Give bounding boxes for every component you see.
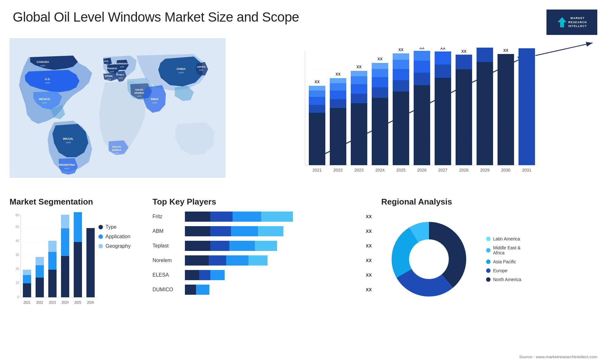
bar-seg (261, 212, 293, 222)
player-fritz-bars (185, 212, 359, 222)
svg-text:2022: 2022 (36, 301, 44, 304)
player-fritz-value: XX (366, 214, 372, 219)
svg-rect-30 (372, 77, 388, 87)
svg-text:40: 40 (16, 239, 19, 243)
map-section: CANADA xx% U.S. xx% MEXICO xx% BRAZIL xx… (10, 38, 226, 191)
svg-line-4 (535, 43, 593, 56)
trend-arrow-svg (534, 41, 597, 57)
bar-seg (255, 241, 277, 251)
player-norelem-name: Norelem (152, 258, 181, 263)
svg-rect-71 (36, 257, 44, 265)
bar-value-2030: XX (503, 48, 508, 53)
legend-europe-dot (486, 268, 491, 273)
label-canada-val: xx% (40, 64, 45, 67)
player-dumico-bars (185, 285, 359, 295)
svg-rect-65 (23, 283, 31, 297)
label-arabia: ARABIA (134, 91, 144, 94)
svg-text:2021: 2021 (24, 301, 31, 304)
svg-rect-84 (86, 228, 95, 297)
label-mexico: MEXICO (39, 98, 50, 101)
logo: MARKETRESEARCHINTELLECT (546, 10, 597, 35)
legend-latin-label: Latin America (493, 236, 520, 241)
svg-rect-43 (435, 64, 451, 78)
player-teplast-name: Teplast (152, 243, 181, 249)
bar-seg (185, 226, 210, 236)
label-japan-val: xx% (199, 69, 203, 71)
bar-value-2021: XX (315, 80, 320, 84)
segmentation-section: Market Segmentation 0 10 20 30 40 50 60 (10, 197, 143, 362)
legend-north-america-dot (486, 277, 491, 282)
logo-box: MARKETRESEARCHINTELLECT (546, 10, 597, 35)
header: Global Oil Level Windows Market Size and… (0, 0, 610, 38)
seg-chart-area: 0 10 20 30 40 50 60 (10, 212, 143, 313)
label-italy: ITALY (117, 73, 124, 76)
label-canada: CANADA (37, 60, 49, 64)
legend-mea-dot (486, 248, 491, 253)
label-us-val: xx% (45, 81, 50, 84)
legend-geography-dot (98, 244, 103, 248)
label-africa: AFRICA (112, 149, 121, 152)
svg-rect-27 (351, 71, 367, 76)
bar-seg (248, 255, 268, 266)
bar-year-2029: 2029 (480, 168, 490, 172)
label-brazil: BRAZIL (63, 137, 74, 140)
bar-seg (210, 241, 229, 251)
bar-seg (185, 270, 199, 280)
bar-seg (185, 285, 196, 295)
svg-text:2025: 2025 (74, 301, 82, 304)
player-norelem-bars (185, 255, 359, 266)
svg-rect-32 (372, 63, 388, 69)
player-abm-value: XX (366, 229, 372, 234)
svg-rect-67 (23, 270, 31, 275)
bar-seg (196, 285, 209, 295)
bar-seg (226, 255, 248, 266)
svg-rect-81 (74, 242, 82, 297)
source-text: Source : www.marketresearchintellect.com (519, 354, 597, 359)
svg-rect-79 (61, 215, 69, 228)
legend-application-dot (98, 234, 103, 239)
players-list: Fritz XX ABM XX (152, 212, 372, 295)
bar-seg (210, 212, 233, 222)
player-abm-name: ABM (152, 228, 181, 234)
svg-rect-20 (330, 91, 346, 99)
player-elesa-row: ELESA XX (152, 270, 372, 280)
logo-text: MARKETRESEARCHINTELLECT (568, 16, 587, 28)
legend-application-label: Application (105, 234, 130, 239)
svg-rect-24 (351, 94, 367, 103)
svg-point-91 (409, 239, 449, 279)
bar-year-2027: 2027 (438, 168, 448, 172)
label-france: FRANCE (106, 67, 117, 70)
label-spain: SPAIN (105, 75, 112, 78)
legend-europe: Europe (486, 268, 521, 273)
segmentation-title: Market Segmentation (10, 197, 143, 207)
bar-value-2026: XX (419, 48, 424, 50)
bar-seg (185, 212, 210, 222)
legend-latin: Latin America (486, 236, 521, 241)
bar-year-2021: 2021 (313, 168, 322, 172)
legend-europe-label: Europe (493, 268, 507, 273)
legend-apac-dot (486, 260, 491, 264)
svg-rect-50 (518, 48, 535, 165)
label-argentina-val: xx% (64, 167, 69, 170)
label-france-val: xx% (110, 71, 114, 73)
bar-seg (185, 255, 209, 266)
regional-section: Regional Analysis Latin America (381, 197, 600, 362)
svg-rect-77 (61, 256, 69, 297)
svg-rect-33 (393, 91, 409, 165)
seg-chart-svg: 0 10 20 30 40 50 60 (10, 212, 98, 313)
svg-marker-0 (558, 17, 566, 27)
bar-year-2028: 2028 (459, 168, 469, 172)
svg-rect-29 (372, 87, 388, 98)
svg-text:30: 30 (16, 253, 19, 257)
svg-rect-17 (309, 86, 325, 91)
svg-rect-42 (435, 78, 451, 165)
svg-rect-75 (48, 241, 57, 252)
label-italy-val: xx% (119, 77, 123, 79)
svg-text:60: 60 (16, 213, 19, 217)
svg-rect-25 (351, 84, 367, 94)
bar-seg (210, 226, 231, 236)
player-teplast-value: XX (366, 243, 372, 248)
player-norelem-row: Norelem XX (152, 255, 372, 266)
svg-rect-18 (330, 108, 346, 165)
svg-rect-70 (36, 265, 44, 278)
